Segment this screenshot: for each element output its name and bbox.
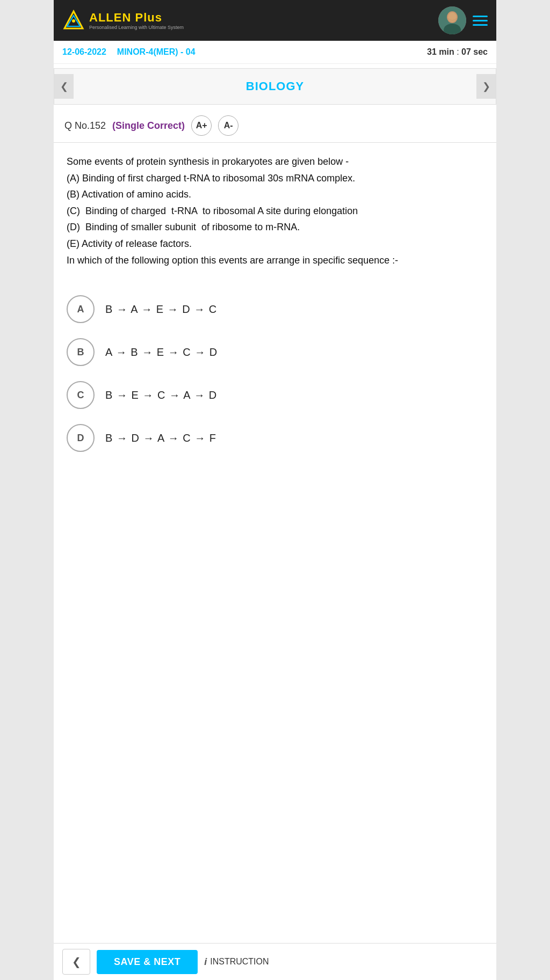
option-row-c[interactable]: C B → E → C → A → D bbox=[67, 381, 483, 409]
option-text-c: B → E → C → A → D bbox=[105, 389, 217, 401]
header: ALLEN Plus Personalised Learning with Ul… bbox=[54, 0, 496, 41]
avatar bbox=[438, 6, 466, 34]
timer-minutes: 31 bbox=[427, 47, 437, 56]
logo-name: ALLEN Plus bbox=[89, 11, 184, 25]
option-text-d: B → D → A → C → F bbox=[105, 432, 216, 444]
question-body: Some events of protein synthesis in prok… bbox=[54, 143, 496, 290]
option-row-b[interactable]: B A → B → E → C → D bbox=[67, 338, 483, 366]
instruction-icon: i bbox=[204, 956, 207, 968]
app-container: ALLEN Plus Personalised Learning with Ul… bbox=[54, 0, 496, 980]
sub-header-left: 12-06-2022 MINOR-4(MER) - 04 bbox=[62, 47, 196, 57]
timer-sec-label: sec bbox=[473, 47, 488, 56]
prev-subject-button[interactable]: ❮ bbox=[54, 74, 74, 99]
svg-point-2 bbox=[72, 19, 75, 23]
option-text-a: B → A → E → D → C bbox=[105, 303, 217, 316]
question-header: Q No.152 (Single Correct) A+ A- bbox=[54, 109, 496, 143]
logo-tagline: Personalised Learning with Ultimate Syst… bbox=[89, 25, 184, 30]
question-number: Q No.152 bbox=[64, 120, 106, 131]
subject-title: BIOLOGY bbox=[74, 79, 476, 93]
bottom-bar: ❮ SAVE & NEXT i INSTRUCTION bbox=[54, 943, 496, 980]
back-button[interactable]: ❮ bbox=[62, 949, 90, 975]
timer-min-label: min bbox=[439, 47, 454, 56]
timer-seconds: 07 bbox=[461, 47, 471, 56]
timer: 31 min : 07 sec bbox=[427, 47, 488, 57]
next-subject-button[interactable]: ❯ bbox=[476, 74, 496, 99]
font-decrease-button[interactable]: A- bbox=[218, 115, 238, 136]
allen-word: ALLEN bbox=[89, 11, 131, 24]
option-circle-b[interactable]: B bbox=[67, 338, 95, 366]
date-label: 12-06-2022 bbox=[62, 47, 106, 57]
logo-text: ALLEN Plus Personalised Learning with Ul… bbox=[89, 11, 184, 30]
options-container: A B → A → E → D → C B A → B → E → C → D … bbox=[54, 290, 496, 506]
header-right bbox=[438, 6, 488, 34]
subject-bar: ❮ BIOLOGY ❯ bbox=[54, 68, 496, 105]
instruction-button[interactable]: i INSTRUCTION bbox=[204, 956, 269, 968]
allen-logo-icon bbox=[62, 9, 85, 32]
option-row-d[interactable]: D B → D → A → C → F bbox=[67, 424, 483, 452]
hamburger-menu-icon[interactable] bbox=[473, 16, 488, 26]
instruction-label: INSTRUCTION bbox=[210, 957, 269, 967]
question-text: Some events of protein synthesis in prok… bbox=[67, 153, 483, 268]
logo-area: ALLEN Plus Personalised Learning with Ul… bbox=[62, 9, 184, 32]
option-text-b: A → B → E → C → D bbox=[105, 346, 218, 359]
option-circle-c[interactable]: C bbox=[67, 381, 95, 409]
font-increase-button[interactable]: A+ bbox=[191, 115, 212, 136]
exam-label: MINOR-4(MER) - 04 bbox=[117, 47, 196, 57]
plus-word: Plus bbox=[135, 11, 162, 24]
option-row-a[interactable]: A B → A → E → D → C bbox=[67, 295, 483, 323]
option-circle-d[interactable]: D bbox=[67, 424, 95, 452]
option-circle-a[interactable]: A bbox=[67, 295, 95, 323]
sub-header: 12-06-2022 MINOR-4(MER) - 04 31 min : 07… bbox=[54, 41, 496, 64]
question-type: (Single Correct) bbox=[112, 120, 185, 131]
save-next-button[interactable]: SAVE & NEXT bbox=[97, 950, 198, 974]
